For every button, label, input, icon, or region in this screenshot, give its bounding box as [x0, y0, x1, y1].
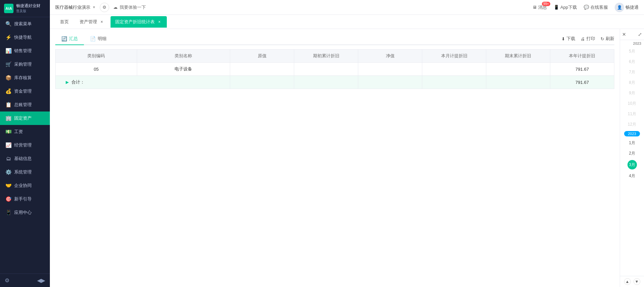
download-icon: 📱	[554, 5, 559, 10]
panel-inner: 🔄 汇总 📄 明细 ⬇ 下载 🖨 打印	[55, 33, 614, 283]
subtotal-original	[230, 76, 294, 89]
messages-button[interactable]: 🖥 消息 99+	[532, 4, 547, 10]
date-nav-up-button[interactable]: ▲	[624, 278, 631, 285]
service-icon: 💬	[584, 5, 589, 10]
sidebar-item-finance[interactable]: 💰 资金管理	[0, 85, 50, 98]
tab-asset-mgmt-close[interactable]: ×	[99, 19, 104, 25]
subtotal-accum-begin	[294, 76, 358, 89]
sidebar-item-label: 总账管理	[14, 102, 32, 108]
finance-icon: 💰	[5, 88, 11, 94]
download-label: 下载	[566, 36, 575, 42]
sidebar-item-label: 销售管理	[14, 48, 32, 54]
date-item-8[interactable]: 8月	[620, 77, 644, 88]
quicknav-icon: ⚡	[5, 34, 11, 40]
sidebar-item-cooperation[interactable]: 🤝 企业协同	[0, 179, 50, 192]
depreciation-table: 类别编码 类别名称 原值 期初累计折旧 净值 本月计提折旧 期末累计折旧 本年计…	[55, 49, 614, 89]
download-icon: ⬇	[561, 36, 565, 41]
date-panel-header: ✕ ⤢	[620, 29, 644, 40]
date-item-1[interactable]: 1月	[620, 138, 644, 148]
appstore-icon: 📱	[5, 210, 11, 216]
sidebar-item-quicknav[interactable]: ⚡ 快捷导航	[0, 31, 50, 44]
summary-icon: 🔄	[61, 36, 67, 41]
collapse-icon[interactable]: ◀▶	[37, 277, 45, 284]
date-item-10[interactable]: 10月	[620, 98, 644, 109]
online-service-button[interactable]: 💬 在线客服	[584, 4, 608, 10]
content-area: 🔄 汇总 📄 明细 ⬇ 下载 🖨 打印	[50, 29, 644, 287]
header-code: 类别编码	[56, 50, 137, 63]
print-icon: 🖨	[581, 36, 585, 41]
experience-button[interactable]: ☁ 我要体验一下	[113, 4, 146, 10]
sidebar-item-label: 应用中心	[14, 210, 32, 216]
date-nav-down-button[interactable]: ▼	[634, 278, 640, 285]
sidebar-item-system[interactable]: ⚙️ 系统管理	[0, 165, 50, 179]
date-item-5[interactable]: 5月	[620, 46, 644, 57]
sidebar-item-sales[interactable]: 📊 销售管理	[0, 44, 50, 58]
date-panel-close-button[interactable]: ✕	[622, 32, 626, 37]
date-item-3-active[interactable]: 3月	[627, 160, 637, 169]
date-item-12[interactable]: 12月	[620, 119, 644, 130]
sidebar-item-basic[interactable]: 🗂 基础信息	[0, 152, 50, 165]
year-badge: 2023	[624, 131, 640, 136]
experience-label: 我要体验一下	[120, 4, 146, 10]
main-panel: 🔄 汇总 📄 明细 ⬇ 下载 🖨 打印	[50, 29, 620, 287]
print-button[interactable]: 🖨 打印	[581, 36, 595, 42]
row-original	[230, 63, 294, 76]
sidebar-item-fixed[interactable]: 🏢 固定资产	[0, 111, 50, 125]
subtab-detail[interactable]: 📄 明细	[84, 33, 113, 45]
refresh-button[interactable]: ↻ 刷新	[601, 36, 614, 42]
detail-icon: 📄	[90, 36, 96, 41]
header-monthly: 本月计提折旧	[422, 50, 486, 63]
sidebar-item-label: 资金管理	[14, 88, 32, 94]
header-net: 净值	[358, 50, 422, 63]
tab-home-label: 首页	[60, 19, 69, 25]
username-label: 畅捷通	[625, 4, 639, 10]
tab-depreciation-close[interactable]: ×	[157, 19, 162, 25]
date-item-6[interactable]: 6月	[620, 57, 644, 67]
settings-button[interactable]: ⚙	[100, 3, 109, 12]
date-item-9[interactable]: 9月	[620, 88, 644, 98]
sidebar-item-guide[interactable]: 🎯 新手引导	[0, 192, 50, 206]
table-wrapper: 类别编码 类别名称 原值 期初累计折旧 净值 本月计提折旧 期末累计折旧 本年计…	[55, 49, 614, 283]
subtotal-label: ▶ 合计：	[56, 76, 230, 89]
settings-icon[interactable]: ⚙	[5, 277, 9, 284]
date-item-4[interactable]: 4月	[620, 171, 644, 181]
guide-icon: 🎯	[5, 196, 11, 202]
tabbar: 首页 资产管理 × 固定资产折旧统计表 ×	[50, 15, 644, 29]
sidebar-item-inventory[interactable]: 📦 库存核算	[0, 71, 50, 85]
company-selector[interactable]: 医疗器械行业演示 ▼	[55, 4, 96, 10]
sidebar-item-purchase[interactable]: 🛒 采购管理	[0, 58, 50, 71]
company-name: 医疗器械行业演示	[55, 4, 90, 10]
app-download-button[interactable]: 📱 App下载	[554, 4, 577, 10]
app-download-label: App下载	[560, 4, 577, 10]
table-row: 05 电子设备 791.67	[56, 63, 614, 76]
sidebar-item-ledger[interactable]: 📋 总账管理	[0, 98, 50, 111]
sidebar-item-salary[interactable]: 💵 工资	[0, 125, 50, 138]
operations-icon: 📈	[5, 142, 11, 148]
subtab-summary[interactable]: 🔄 汇总	[55, 33, 84, 45]
date-item-2[interactable]: 2月	[620, 148, 644, 159]
date-item-11[interactable]: 11月	[620, 109, 644, 119]
sidebar-item-appstore[interactable]: 📱 应用中心	[0, 206, 50, 219]
avatar: 👤	[615, 3, 624, 12]
date-item-7[interactable]: 7月	[620, 67, 644, 77]
logo-icon: AtA	[4, 4, 13, 13]
row-code: 05	[56, 63, 137, 76]
sidebar-item-label: 企业协同	[14, 183, 32, 189]
date-panel-expand-button[interactable]: ⤢	[638, 32, 642, 37]
user-button[interactable]: 👤 畅捷通	[615, 3, 639, 12]
tab-home[interactable]: 首页	[55, 16, 73, 28]
sidebar-item-label: 基础信息	[14, 156, 32, 162]
tab-asset-mgmt[interactable]: 资产管理 ×	[75, 16, 109, 28]
tab-depreciation[interactable]: 固定资产折旧统计表 ×	[111, 16, 167, 28]
system-icon: ⚙️	[5, 169, 11, 175]
download-button[interactable]: ⬇ 下载	[561, 36, 575, 42]
sidebar-item-label: 采购管理	[14, 61, 32, 67]
salary-icon: 💵	[5, 129, 11, 135]
date-panel-footer: ▲ ▼	[620, 276, 644, 287]
sidebar-item-label: 工资	[14, 129, 23, 135]
sidebar-item-search[interactable]: 🔍 搜索菜单	[0, 17, 50, 31]
row-accum-begin	[294, 63, 358, 76]
row-name: 电子设备	[137, 63, 230, 76]
sidebar-item-operations[interactable]: 📈 经营管理	[0, 138, 50, 152]
sidebar: AtA 畅捷通好业财 普及版 🔍 搜索菜单 ⚡ 快捷导航 📊 销售管理 🛒 采购…	[0, 0, 50, 287]
